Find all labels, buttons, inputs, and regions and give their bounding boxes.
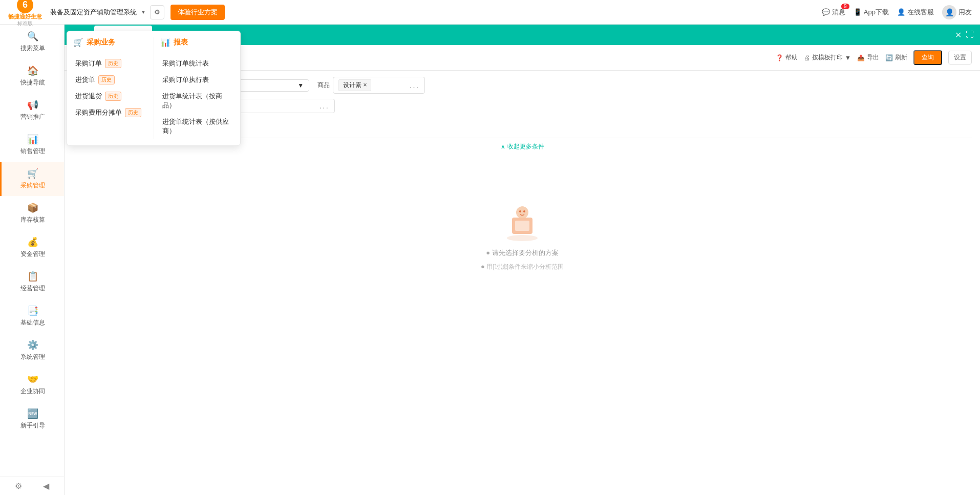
sidebar-item-operations[interactable]: 📋 经营管理 bbox=[0, 265, 64, 299]
sidebar-label-basicinfo: 基础信息 bbox=[20, 318, 45, 327]
goods-filter: 商品 设计素 × ... bbox=[317, 77, 425, 94]
goods-dots[interactable]: ... bbox=[410, 81, 419, 90]
empty-illustration bbox=[502, 202, 543, 243]
svg-point-5 bbox=[523, 210, 525, 212]
app-wrapper: 6 畅捷通好生意 标准版 装备及固定资产辅助管理系统 ▼ ⚙ 体验行业方案 💬 … bbox=[0, 0, 980, 495]
print-template-btn[interactable]: 🖨 按模板打印 ▼ bbox=[804, 53, 851, 62]
sidebar: 🔍 搜索菜单 🏠 快捷导航 📢 营销推广 📊 销售管理 🛒 采购管理 📦 bbox=[0, 25, 65, 495]
sidebar-label-operations: 经营管理 bbox=[20, 284, 45, 293]
sidebar-item-basicinfo[interactable]: 📑 基础信息 bbox=[0, 299, 64, 333]
refresh-btn[interactable]: 🔄 刷新 bbox=[885, 53, 907, 62]
purchase-order-label: 采购订单 bbox=[75, 59, 102, 68]
title-dropdown-icon[interactable]: ▼ bbox=[141, 9, 146, 15]
dropdown-item-goods-stats-product[interactable]: 进货单统计表（按商品） bbox=[160, 88, 235, 114]
sidebar-label-system: 系统管理 bbox=[20, 353, 45, 361]
top-bar-right: 💬 消息 9 📱 App下载 👤 在线客服 👤 用友 bbox=[822, 5, 972, 19]
dropdown-item-goods-in[interactable]: 进货单 历史 bbox=[73, 72, 147, 88]
sidebar-bottom: ⚙ ◀ bbox=[0, 477, 64, 495]
dropdown-item-purchase-expense[interactable]: 采购费用分摊单 历史 bbox=[73, 104, 147, 121]
empty-hint2: ● 用[过滤]条件来缩小分析范围 bbox=[481, 263, 564, 271]
sidebar-item-sales[interactable]: 📊 销售管理 bbox=[0, 127, 64, 162]
operations-icon: 📋 bbox=[27, 271, 38, 282]
settings-btn[interactable]: 设置 bbox=[948, 51, 972, 64]
dropdown-item-order-stats[interactable]: 采购订单统计表 bbox=[160, 55, 235, 72]
sidebar-collapse-btn[interactable]: ◀ bbox=[43, 481, 49, 491]
sidebar-item-search[interactable]: 🔍 搜索菜单 bbox=[0, 25, 64, 59]
purchase-icon: 🛒 bbox=[27, 168, 38, 179]
basicinfo-icon: 📑 bbox=[27, 305, 38, 316]
sidebar-label-inventory: 库存核算 bbox=[20, 216, 45, 224]
sales-icon: 📊 bbox=[27, 134, 38, 145]
svg-rect-2 bbox=[515, 221, 529, 231]
purchase-order-history[interactable]: 历史 bbox=[105, 59, 121, 68]
service-icon: 👤 bbox=[897, 8, 905, 16]
goods-stats-supplier-label: 进货单统计表（按供应商） bbox=[162, 117, 232, 136]
system-icon: ⚙️ bbox=[27, 339, 38, 351]
sidebar-settings-btn[interactable]: ⚙ bbox=[15, 481, 22, 491]
sidebar-item-system[interactable]: ⚙️ 系统管理 bbox=[0, 333, 64, 368]
salesperson-dots[interactable]: ... bbox=[319, 101, 329, 111]
tab-bar-actions: ✕ ⛶ bbox=[955, 30, 980, 40]
dropdown-col-business-title: 🛒 采购业务 bbox=[73, 37, 147, 50]
sidebar-item-purchase[interactable]: 🛒 采购管理 bbox=[0, 162, 64, 196]
goods-label: 商品 bbox=[317, 81, 330, 90]
purchase-dropdown-menu: 🛒 采购业务 采购订单 历史 进货单 历史 进货退货 历史 采购费用分摊单 bbox=[67, 31, 241, 146]
brand-edition: 标准版 bbox=[17, 20, 33, 27]
collapse-icon: ∧ bbox=[501, 143, 505, 150]
goods-in-label: 进货单 bbox=[75, 75, 95, 84]
dropdown-item-order-exec[interactable]: 采购订单执行表 bbox=[160, 72, 235, 88]
sidebar-item-finance[interactable]: 💰 资金管理 bbox=[0, 230, 64, 265]
sidebar-item-quicknav[interactable]: 🏠 快捷导航 bbox=[0, 59, 64, 93]
sidebar-item-newguide[interactable]: 🆕 新手引导 bbox=[0, 402, 64, 436]
sidebar-item-cooperation[interactable]: 🤝 企业协同 bbox=[0, 368, 64, 402]
user-label: 用友 bbox=[958, 8, 972, 17]
marketing-icon: 📢 bbox=[27, 99, 38, 111]
sidebar-label-search: 搜索菜单 bbox=[20, 44, 45, 53]
help-btn[interactable]: ❓ 帮助 bbox=[776, 53, 798, 62]
search-icon: 🔍 bbox=[27, 31, 38, 42]
goods-return-history[interactable]: 历史 bbox=[105, 92, 121, 101]
dropdown-item-goods-stats-supplier[interactable]: 进货单统计表（按供应商） bbox=[160, 114, 235, 139]
report-title-icon: 📊 bbox=[160, 37, 171, 47]
salesperson-select[interactable]: ... bbox=[232, 99, 335, 113]
business-title-label: 采购业务 bbox=[87, 38, 115, 47]
export-btn[interactable]: 📤 导出 bbox=[857, 53, 879, 62]
goods-select[interactable]: 设计素 × ... bbox=[333, 77, 425, 94]
app-download-btn[interactable]: 📱 App下载 bbox=[854, 8, 889, 17]
collapse-label: 收起更多条件 bbox=[507, 142, 544, 151]
message-icon: 💬 bbox=[822, 8, 830, 16]
purchase-expense-label: 采购费用分摊单 bbox=[75, 108, 122, 117]
dropdown-item-purchase-order[interactable]: 采购订单 历史 bbox=[73, 55, 147, 72]
dropdown-col-business: 🛒 采购业务 采购订单 历史 进货单 历史 进货退货 历史 采购费用分摊单 bbox=[67, 37, 154, 139]
svg-point-4 bbox=[519, 210, 521, 212]
sidebar-label-quicknav: 快捷导航 bbox=[20, 78, 45, 87]
finance-icon: 💰 bbox=[27, 236, 38, 248]
sidebar-label-sales: 销售管理 bbox=[20, 147, 45, 156]
report-title-label: 报表 bbox=[174, 38, 188, 47]
top-bar: 6 畅捷通好生意 标准版 装备及固定资产辅助管理系统 ▼ ⚙ 体验行业方案 💬 … bbox=[0, 0, 980, 25]
purchase-expense-history[interactable]: 历史 bbox=[125, 108, 141, 117]
online-service-btn[interactable]: 👤 在线客服 bbox=[897, 8, 934, 17]
sidebar-label-cooperation: 企业协同 bbox=[20, 387, 45, 396]
sidebar-label-purchase: 采购管理 bbox=[20, 181, 45, 190]
sidebar-item-inventory[interactable]: 📦 库存核算 bbox=[0, 196, 64, 230]
goods-in-history[interactable]: 历史 bbox=[98, 75, 115, 84]
window-expand-icon[interactable]: ⛶ bbox=[966, 30, 974, 39]
phone-icon: 📱 bbox=[854, 8, 862, 16]
system-title: 装备及固定资产辅助管理系统 bbox=[50, 8, 137, 17]
dropdown-item-goods-return[interactable]: 进货退货 历史 bbox=[73, 88, 147, 104]
business-title-icon: 🛒 bbox=[73, 37, 83, 47]
messages-badge: 9 bbox=[841, 4, 849, 9]
dropdown-col-report-title: 📊 报表 bbox=[160, 37, 235, 50]
messages-btn[interactable]: 💬 消息 9 bbox=[822, 8, 845, 17]
dropdown-col-report: 📊 报表 采购订单统计表 采购订单执行表 进货单统计表（按商品） 进货单统计表（… bbox=[154, 37, 241, 139]
window-close-icon[interactable]: ✕ bbox=[955, 30, 962, 40]
online-service-label: 在线客服 bbox=[907, 8, 934, 17]
order-exec-label: 采购订单执行表 bbox=[162, 75, 209, 84]
settings-icon-btn[interactable]: ⚙ bbox=[150, 5, 164, 19]
query-btn[interactable]: 查询 bbox=[913, 50, 942, 65]
user-btn[interactable]: 👤 用友 bbox=[942, 5, 972, 19]
sidebar-item-marketing[interactable]: 📢 营销推广 bbox=[0, 93, 64, 127]
goods-tag: 设计素 × bbox=[338, 79, 371, 91]
industry-btn[interactable]: 体验行业方案 bbox=[171, 5, 225, 20]
